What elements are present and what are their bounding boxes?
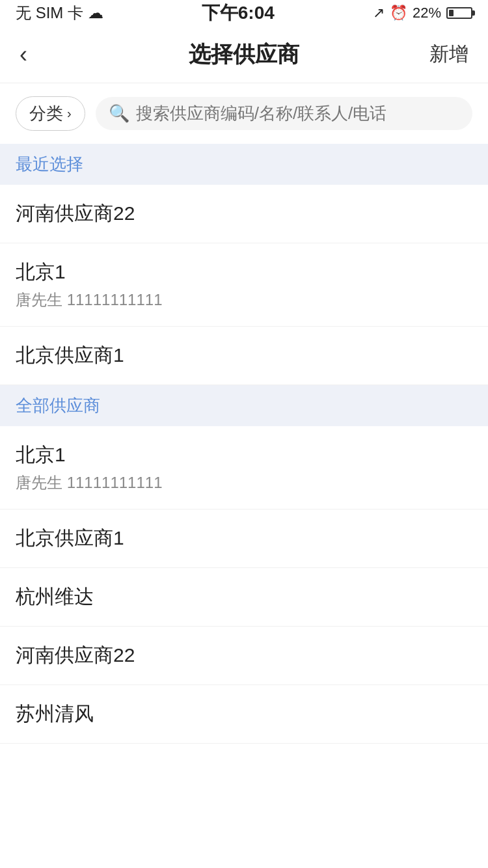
supplier-name: 苏州清风: [16, 701, 472, 727]
list-item[interactable]: 北京供应商1: [0, 327, 488, 385]
filter-row: 分类 › 🔍: [0, 83, 488, 144]
category-label: 分类: [29, 102, 63, 125]
list-item[interactable]: 杭州维达: [0, 568, 488, 627]
sim-status: 无 SIM 卡 ☁: [16, 3, 103, 23]
status-left: 无 SIM 卡 ☁: [16, 3, 103, 23]
status-right: ↗ ⏰ 22%: [373, 5, 472, 21]
chevron-right-icon: ›: [67, 106, 72, 121]
supplier-name: 北京供应商1: [16, 525, 472, 552]
supplier-name: 北京供应商1: [16, 342, 472, 369]
section-header-recent: 最近选择: [0, 144, 488, 185]
search-box[interactable]: 🔍: [96, 97, 472, 130]
supplier-name: 北京1: [16, 259, 472, 286]
page-title: 选择供应商: [189, 40, 299, 70]
supplier-name: 北京1: [16, 442, 472, 468]
list-item[interactable]: 北京供应商1: [0, 509, 488, 568]
alarm-icon: ⏰: [390, 5, 407, 21]
suppliers-list: 最近选择河南供应商22北京1唐先生 11111111111北京供应商1全部供应商…: [0, 144, 488, 744]
nav-bar: ‹ 选择供应商 新增: [0, 26, 488, 83]
section-header-all: 全部供应商: [0, 385, 488, 426]
search-input[interactable]: [136, 103, 459, 124]
back-button[interactable]: ‹: [20, 41, 59, 68]
list-item[interactable]: 北京1唐先生 11111111111: [0, 243, 488, 327]
supplier-sub: 唐先生 11111111111: [16, 290, 472, 310]
battery-icon: [446, 7, 472, 19]
list-item[interactable]: 苏州清风: [0, 685, 488, 744]
supplier-name: 杭州维达: [16, 584, 472, 610]
location-icon: ↗: [373, 5, 385, 21]
list-item[interactable]: 河南供应商22: [0, 627, 488, 685]
supplier-name: 河南供应商22: [16, 642, 472, 669]
status-time: 下午6:04: [202, 1, 275, 25]
supplier-sub: 唐先生 11111111111: [16, 472, 472, 493]
battery-percent: 22%: [413, 5, 441, 21]
add-button[interactable]: 新增: [429, 41, 468, 68]
status-bar: 无 SIM 卡 ☁ 下午6:04 ↗ ⏰ 22%: [0, 0, 488, 26]
search-icon: 🔍: [109, 103, 129, 124]
supplier-name: 河南供应商22: [16, 200, 472, 227]
list-item[interactable]: 河南供应商22: [0, 185, 488, 243]
category-filter[interactable]: 分类 ›: [16, 96, 85, 131]
list-item[interactable]: 北京1唐先生 11111111111: [0, 426, 488, 509]
